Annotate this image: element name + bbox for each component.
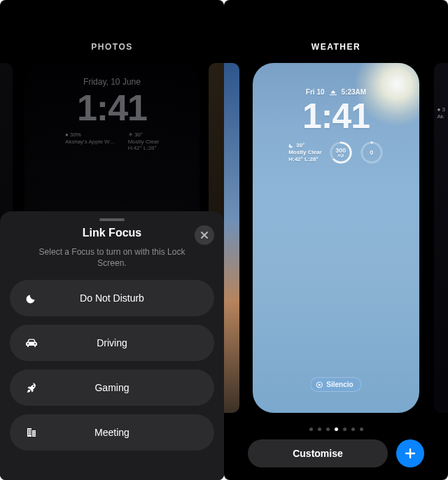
page-dots[interactable] bbox=[224, 428, 448, 431]
prev-wallpaper-sliver bbox=[224, 63, 239, 413]
sheet-grabber[interactable] bbox=[99, 218, 125, 221]
close-icon bbox=[200, 231, 209, 239]
sunrise-icon bbox=[329, 89, 337, 96]
focus-item-label: Driving bbox=[24, 337, 200, 348]
focus-item-label: Meeting bbox=[24, 427, 200, 438]
right-pane: WEATHER ● 3 Ak Fri 10 5:23AM 1:41 30° Mo… bbox=[224, 0, 448, 480]
focus-chip-icon bbox=[316, 381, 323, 388]
close-button[interactable] bbox=[195, 225, 214, 245]
focus-meeting[interactable]: Meeting bbox=[10, 414, 214, 451]
wallpaper-preview[interactable]: Fri 10 5:23AM 1:41 30° Mostly Clear H:42… bbox=[253, 63, 419, 413]
lock-date: Fri 10 bbox=[306, 88, 325, 96]
lock-clock: 1:41 bbox=[24, 90, 200, 126]
lock-dateline: Fri 10 5:23AM bbox=[262, 88, 410, 96]
add-button[interactable] bbox=[396, 439, 424, 467]
uv-gauge: 0 bbox=[360, 141, 384, 164]
page-dot[interactable] bbox=[343, 428, 346, 431]
moon-small-icon bbox=[288, 143, 294, 148]
sliver-widget-peek: ● 3 Ak bbox=[437, 106, 445, 120]
aqi-gauge: 300AQI bbox=[329, 141, 353, 164]
bottom-bar: Customise bbox=[224, 439, 448, 467]
lock-time: 5:23AM bbox=[342, 88, 367, 96]
focus-item-label: Gaming bbox=[24, 382, 200, 393]
svg-point-4 bbox=[318, 383, 321, 386]
left-category-title: PHOTOS bbox=[0, 42, 224, 52]
page-dot-active[interactable] bbox=[335, 428, 338, 431]
sheet-subtitle: Select a Focus to turn on with this Lock… bbox=[31, 246, 192, 269]
link-focus-sheet: Link Focus Select a Focus to turn on wit… bbox=[0, 211, 224, 480]
page-dot[interactable] bbox=[309, 428, 313, 431]
focus-do-not-disturb[interactable]: Do Not Disturb bbox=[10, 280, 214, 316]
customise-button[interactable]: Customise bbox=[248, 439, 388, 467]
lock-widgets: 30° Mostly Clear H:42° L:28° 300AQI 0 bbox=[262, 141, 410, 164]
focus-item-label: Do Not Disturb bbox=[24, 292, 200, 304]
weather-widget: ☀ 30° Mostly Clear H:42° L:28° bbox=[128, 132, 159, 152]
page-dot[interactable] bbox=[326, 428, 330, 431]
plus-icon bbox=[404, 447, 416, 460]
page-dot[interactable] bbox=[351, 428, 355, 431]
right-category-title: WEATHER bbox=[224, 42, 448, 52]
focus-chip-label: Silencio bbox=[326, 381, 353, 388]
lockscreen-overlay: Friday, 10 June 1:41 ● 30% Akshay's Appl… bbox=[24, 77, 200, 152]
lock-date: Friday, 10 June bbox=[24, 77, 200, 87]
battery-widget: ● 30% Akshay's Apple W… bbox=[65, 132, 115, 152]
focus-driving[interactable]: Driving bbox=[10, 325, 214, 361]
focus-gaming[interactable]: Gaming bbox=[10, 369, 214, 406]
left-pane: PHOTOS Friday, 10 June 1:41 ● 30% Akshay… bbox=[0, 0, 224, 480]
page-dot[interactable] bbox=[360, 428, 363, 431]
linked-focus-chip[interactable]: Silencio bbox=[310, 377, 361, 392]
conditions-widget: 30° Mostly Clear H:42° L:28° bbox=[288, 142, 322, 163]
next-wallpaper-sliver: ● 3 Ak bbox=[434, 63, 448, 413]
focus-list: Do Not Disturb Driving Gaming Meeting bbox=[10, 280, 214, 451]
page-dot[interactable] bbox=[318, 428, 321, 431]
lock-clock: 1:41 bbox=[262, 99, 410, 134]
sheet-title: Link Focus bbox=[10, 227, 214, 239]
